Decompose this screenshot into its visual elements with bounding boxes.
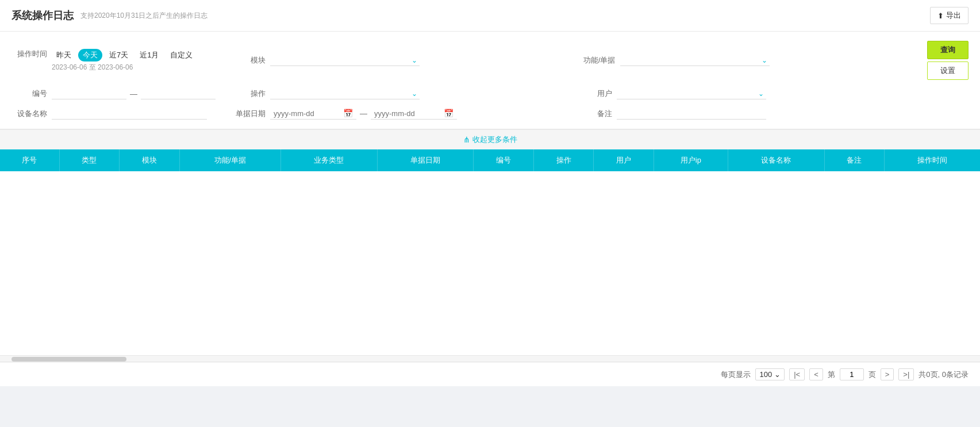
remark-label: 备注 (571, 109, 617, 119)
col-type: 类型 (59, 149, 119, 171)
device-label: 设备名称 (11, 109, 52, 119)
table-header-row: 序号 类型 模块 功能/单据 业务类型 单据日期 编号 操作 用户 用户ip 设… (0, 149, 980, 171)
func-filter: 功能/单据 ⌄ (574, 55, 918, 66)
filter-row-2: 编号 — 操作 ⌄ 用户 ⌄ (11, 88, 969, 99)
op-filter: 操作 ⌄ (230, 89, 571, 99)
date-start-input[interactable] (274, 109, 343, 118)
no-label: 编号 (11, 89, 52, 99)
date-end-input[interactable] (374, 109, 444, 118)
time-filter: 操作时间 昨天 今天 近7天 近1月 自定义 2023-06-06 至 2023… (11, 49, 230, 72)
table-header: 序号 类型 模块 功能/单据 业务类型 单据日期 编号 操作 用户 用户ip 设… (0, 149, 980, 171)
date-dash: — (360, 109, 367, 118)
total-info: 共0页, 0条记录 (918, 370, 969, 380)
data-table: 序号 类型 模块 功能/单据 业务类型 单据日期 编号 操作 用户 用户ip 设… (0, 149, 980, 171)
scrollbar-area[interactable] (0, 355, 980, 362)
module-select-value (270, 59, 409, 61)
action-buttons: 查询 设置 (927, 41, 969, 80)
page-size-select[interactable]: 100 ⌄ (755, 368, 785, 380)
title-area: 系统操作日志 支持2020年10月31日之后产生的操作日志 (11, 9, 207, 22)
page-header: 系统操作日志 支持2020年10月31日之后产生的操作日志 ⬆ 导出 (0, 0, 980, 32)
time-btn-7days[interactable]: 近7天 (105, 49, 133, 61)
op-label: 操作 (230, 89, 270, 99)
collapse-chevron-icon: ⋔ (463, 135, 470, 144)
col-func: 功能/单据 (179, 149, 280, 171)
no-input-end[interactable] (141, 88, 216, 99)
user-label: 用户 (571, 89, 617, 99)
empty-area (0, 171, 980, 355)
module-chevron-icon: ⌄ (409, 55, 420, 66)
page-number-input[interactable]: 1 (840, 368, 864, 380)
time-label: 操作时间 (11, 49, 52, 59)
page-label: 第 (828, 370, 835, 380)
time-options: 昨天 今天 近7天 近1月 自定义 (52, 49, 197, 61)
query-button[interactable]: 查询 (927, 41, 969, 59)
docdate-label: 单据日期 (230, 109, 270, 119)
op-select-value (270, 93, 409, 95)
func-select-value (620, 59, 759, 61)
func-select[interactable]: ⌄ (620, 55, 770, 66)
time-btn-1month[interactable]: 近1月 (135, 49, 163, 61)
time-btn-today[interactable]: 今天 (78, 49, 102, 61)
export-icon: ⬆ (937, 11, 944, 20)
module-filter: 模块 ⌄ (230, 55, 574, 66)
time-btn-custom[interactable]: 自定义 (166, 49, 197, 61)
func-chevron-icon: ⌄ (759, 55, 770, 66)
page-prev-button[interactable]: < (809, 368, 823, 380)
no-filter: 编号 — (11, 88, 230, 99)
user-filter: 用户 ⌄ (571, 89, 912, 99)
page-size-chevron-icon: ⌄ (774, 370, 781, 379)
module-label: 模块 (230, 55, 270, 66)
filter-panel: 操作时间 昨天 今天 近7天 近1月 自定义 2023-06-06 至 2023… (0, 32, 980, 129)
export-button[interactable]: ⬆ 导出 (930, 7, 969, 24)
remark-input[interactable] (617, 108, 766, 120)
module-select[interactable]: ⌄ (270, 55, 420, 66)
col-user-ip: 用户ip (654, 149, 728, 171)
collapse-bar[interactable]: ⋔ 收起更多条件 (0, 129, 980, 149)
col-doc-date: 单据日期 (377, 149, 474, 171)
docdate-filter: 单据日期 📅 — 📅 (230, 107, 571, 120)
page-suffix: 页 (868, 370, 876, 380)
page-first-button[interactable]: |< (789, 368, 805, 380)
time-btn-yesterday[interactable]: 昨天 (52, 49, 76, 61)
setting-button[interactable]: 设置 (927, 61, 969, 80)
func-label: 功能/单据 (574, 55, 620, 66)
table-wrap: 序号 类型 模块 功能/单据 业务类型 单据日期 编号 操作 用户 用户ip 设… (0, 149, 980, 355)
user-select[interactable]: ⌄ (617, 89, 766, 99)
page-subtitle: 支持2020年10月31日之后产生的操作日志 (80, 11, 207, 21)
date-start-wrap[interactable]: 📅 (270, 107, 356, 120)
calendar-start-icon[interactable]: 📅 (343, 109, 353, 118)
page-size-label: 每页显示 (721, 370, 751, 380)
remark-filter: 备注 (571, 108, 912, 120)
page-last-button[interactable]: >| (898, 368, 914, 380)
device-input[interactable] (52, 108, 207, 120)
filter-row-1: 操作时间 昨天 今天 近7天 近1月 自定义 2023-06-06 至 2023… (11, 41, 969, 80)
collapse-label: 收起更多条件 (472, 134, 517, 145)
calendar-end-icon[interactable]: 📅 (444, 109, 454, 118)
no-input-start[interactable] (52, 88, 126, 99)
col-seq: 序号 (0, 149, 59, 171)
op-chevron-icon: ⌄ (409, 89, 420, 99)
op-select[interactable]: ⌄ (270, 89, 420, 99)
col-user: 用户 (594, 149, 654, 171)
col-op-time: 操作时间 (884, 149, 980, 171)
col-remark: 备注 (824, 149, 884, 171)
filter-row-3: 设备名称 单据日期 📅 — 📅 备注 (11, 107, 969, 120)
col-module: 模块 (120, 149, 179, 171)
device-filter: 设备名称 (11, 108, 230, 120)
pagination-bar: 每页显示 100 ⌄ |< < 第 1 页 > >| 共0页, 0条记录 (0, 362, 980, 386)
user-select-value (617, 93, 756, 95)
time-range-display: 2023-06-06 至 2023-06-06 (52, 63, 197, 72)
no-dash: — (130, 90, 137, 98)
page-next-button[interactable]: > (881, 368, 894, 380)
user-chevron-icon: ⌄ (756, 89, 766, 99)
col-biz-type: 业务类型 (281, 149, 378, 171)
scrollbar-thumb[interactable] (11, 357, 126, 361)
page-size-value: 100 (759, 370, 772, 379)
date-end-wrap[interactable]: 📅 (371, 107, 457, 120)
col-device: 设备名称 (728, 149, 824, 171)
col-no: 编号 (474, 149, 533, 171)
col-op: 操作 (533, 149, 593, 171)
page-title: 系统操作日志 (11, 9, 74, 22)
